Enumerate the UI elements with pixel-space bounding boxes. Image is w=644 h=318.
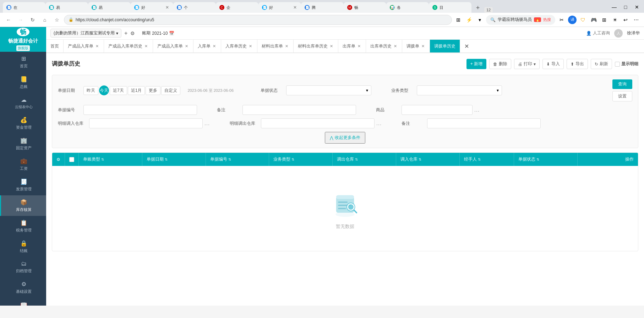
- reload-button[interactable]: ↻: [28, 15, 38, 25]
- detail-out-input[interactable]: [261, 118, 375, 128]
- close-icon-transfer[interactable]: ✕: [421, 43, 425, 49]
- maximize-icon[interactable]: □: [621, 3, 630, 11]
- close-icon-t7[interactable]: ✕: [293, 4, 298, 11]
- sidebar-item-settings[interactable]: ⚙ 基础设置: [0, 277, 46, 298]
- page-tab-out-order[interactable]: 出库单 ✕: [338, 40, 366, 52]
- query-button[interactable]: 查询: [612, 79, 632, 89]
- page-tab-in-history[interactable]: 入库单历史 ✕: [221, 40, 257, 52]
- date-btn-today[interactable]: 今天: [99, 85, 109, 95]
- undo-icon[interactable]: ↩: [621, 16, 630, 24]
- col-check[interactable]: [65, 153, 79, 166]
- col-doc-status[interactable]: 单据状态 ⇅: [514, 153, 578, 166]
- game-icon[interactable]: 🎮: [589, 16, 598, 24]
- page-tab-product-in[interactable]: 产成品入库单 ✕: [64, 40, 104, 52]
- page-tab-product-in2[interactable]: 产成品入库单 ✕: [153, 40, 193, 52]
- sort-icon-doc-no[interactable]: ⇅: [228, 157, 231, 161]
- col-doc-type[interactable]: 单账类型 ⇅: [79, 153, 142, 166]
- settings-filter-button[interactable]: 设置: [612, 91, 632, 101]
- status-select[interactable]: ▾: [286, 85, 371, 95]
- date-btn-more[interactable]: 更多: [146, 86, 160, 95]
- bookmark-button[interactable]: ☆: [52, 15, 62, 25]
- home-button[interactable]: ⌂: [40, 15, 50, 25]
- company-selector[interactable]: (勿删勿禁用）江西服宝测试专用 ▾: [50, 29, 121, 38]
- refresh-button[interactable]: ↻ 刷新: [591, 59, 612, 69]
- sidebar-item-inventory[interactable]: 📦 库存核算: [0, 195, 46, 216]
- tab-bar-close-button[interactable]: ✕: [462, 41, 471, 51]
- menu-icon[interactable]: ⋯: [632, 16, 640, 24]
- calendar-icon[interactable]: 📅: [169, 31, 174, 36]
- dropdown-icon[interactable]: ▾: [475, 16, 484, 24]
- add-company-icon[interactable]: +: [124, 30, 127, 37]
- sidebar-item-invoice[interactable]: 🧾 发票管理: [0, 175, 46, 195]
- col-biz-type[interactable]: 业务类型 ⇅: [269, 153, 333, 166]
- goods-input[interactable]: [402, 105, 473, 115]
- browser-tab-t7[interactable]: 📄 好 ✕: [258, 2, 301, 13]
- col-gear[interactable]: ⚙: [52, 153, 65, 166]
- sort-icon-handler[interactable]: ⇅: [478, 157, 481, 161]
- forward-button[interactable]: →: [16, 15, 26, 25]
- biz-type-select[interactable]: ▾: [417, 85, 502, 95]
- import-button[interactable]: ⬇ 导入: [542, 59, 564, 69]
- note-input[interactable]: [427, 118, 541, 128]
- service-button[interactable]: 👤 人工咨询: [586, 30, 610, 36]
- sidebar-item-home[interactable]: ⊞ 首页: [0, 52, 46, 72]
- detail-in-more-icon[interactable]: …: [204, 120, 210, 127]
- select-all-checkbox[interactable]: [69, 157, 74, 162]
- detail-out-more-icon[interactable]: …: [376, 120, 382, 127]
- sidebar-item-close[interactable]: 🔒 结账: [0, 236, 46, 257]
- lightning-icon[interactable]: ⚡: [465, 16, 473, 24]
- translate-icon[interactable]: 译: [568, 16, 577, 24]
- minimize-icon[interactable]: —: [610, 3, 618, 11]
- sidebar-item-fund[interactable]: 💰 资金管理: [0, 113, 46, 134]
- search-bar[interactable]: 🔍 学霸应聘场驱鸟员 🔥 热搜: [486, 15, 555, 25]
- page-tab-in-order[interactable]: 入库单 ✕: [193, 40, 221, 52]
- close-icon-out-order[interactable]: ✕: [357, 43, 361, 49]
- browser-tab-t6[interactable]: C 企: [216, 2, 258, 13]
- page-tab-product-in-history[interactable]: 产成品入库单历史 ✕: [104, 40, 153, 52]
- date-btn-custom[interactable]: 自定义: [161, 86, 180, 95]
- goods-more-icon[interactable]: …: [474, 107, 480, 113]
- sidebar-item-ledger[interactable]: 📒 总账: [0, 72, 46, 93]
- scissors-icon[interactable]: ✂: [557, 16, 566, 24]
- order-no-input[interactable]: [83, 105, 197, 115]
- sort-icon-in-warehouse[interactable]: ⇅: [419, 157, 421, 161]
- sidebar-item-tax[interactable]: 📋 税务管理: [0, 216, 46, 236]
- date-btn-1month[interactable]: 近1月: [128, 86, 145, 95]
- settings-gear-icon[interactable]: ⚙: [130, 30, 135, 36]
- new-tab-button[interactable]: +: [473, 3, 483, 13]
- display-toggle[interactable]: 显示明细: [615, 61, 638, 67]
- page-tab-out-history[interactable]: 出库单历史 ✕: [366, 40, 402, 52]
- remark-input[interactable]: [242, 105, 356, 115]
- close-icon-t4[interactable]: ✕: [165, 4, 170, 11]
- col-out-warehouse[interactable]: 调出仓库 ⇅: [333, 153, 396, 166]
- close-icon-material-out[interactable]: ✕: [284, 43, 289, 49]
- sidebar-item-archive[interactable]: 🗂 归档管理: [0, 257, 46, 277]
- col-handler[interactable]: 经手人 ⇅: [459, 153, 514, 166]
- collapse-button[interactable]: ⋀ 收起更多条件: [325, 132, 365, 144]
- close-icon-out-history[interactable]: ✕: [393, 43, 398, 49]
- shield-icon[interactable]: 🛡: [579, 16, 587, 24]
- date-btn-7days[interactable]: 近7天: [110, 86, 127, 95]
- page-tab-material-out[interactable]: 材料出库单 ✕: [257, 40, 294, 52]
- browser-tab-t9[interactable]: M 畅: [344, 2, 386, 13]
- back-button[interactable]: ←: [4, 15, 13, 25]
- extensions-icon[interactable]: ⊞: [454, 16, 463, 24]
- browser-tab-t8[interactable]: 📄 腾: [301, 2, 344, 13]
- browser-tab-t1[interactable]: 📄 在: [3, 2, 45, 13]
- page-tab-material-out-history[interactable]: 材料出库单历史 ✕: [294, 40, 338, 52]
- page-tab-home[interactable]: 首页: [46, 40, 64, 52]
- close-icon-in-history[interactable]: ✕: [248, 43, 253, 49]
- grid-icon[interactable]: ⊞: [600, 16, 608, 24]
- close-icon-in-order[interactable]: ✕: [212, 43, 217, 49]
- browser-tab-t5[interactable]: 📄 个: [173, 2, 216, 13]
- new-button[interactable]: + 新增: [466, 59, 486, 69]
- sort-icon-out-warehouse[interactable]: ⇅: [355, 157, 358, 161]
- sidebar-item-report[interactable]: ☁ 云报表中心: [0, 93, 46, 113]
- close-window-icon[interactable]: ✕: [633, 3, 641, 11]
- col-doc-no[interactable]: 单据编号 ⇅: [206, 153, 269, 166]
- sort-icon-doc-date[interactable]: ⇅: [165, 157, 168, 161]
- print-button[interactable]: 🖨 打印 ▾: [514, 59, 540, 69]
- browser-tab-t4[interactable]: 📄 好 ✕: [131, 2, 173, 13]
- brightness-icon[interactable]: ☀: [611, 16, 619, 24]
- delete-button[interactable]: 🗑 删除: [489, 59, 511, 69]
